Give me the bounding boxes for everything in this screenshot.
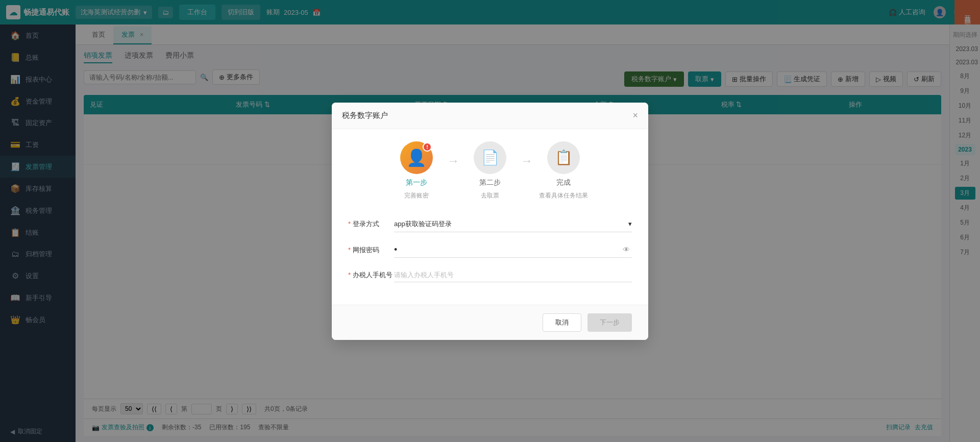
arrow-1: → xyxy=(447,154,459,168)
phone-row: 办税人手机号 xyxy=(348,268,632,282)
modal-header: 税务数字账户 × xyxy=(332,103,648,129)
step-1: 👤 ! 第一步 完善账密 xyxy=(386,141,447,200)
modal-title: 税务数字账户 xyxy=(342,111,388,120)
phone-input[interactable] xyxy=(394,268,632,282)
modal-close-button[interactable]: × xyxy=(632,111,638,120)
step-3-complete-icon: 📋 xyxy=(555,149,573,166)
modal-form: 登录方式 app获取验证码登录 ▾ 网报密码 👁 xyxy=(348,216,632,282)
password-label: 网报密码 xyxy=(348,245,394,255)
step-1-icon: 👤 ! xyxy=(400,141,433,174)
login-method-row: 登录方式 app获取验证码登录 ▾ xyxy=(348,216,632,232)
password-field: 👁 xyxy=(394,242,632,258)
modal-footer: 取消 下一步 xyxy=(332,305,648,340)
next-button[interactable]: 下一步 xyxy=(587,313,632,332)
tax-digital-modal: 税务数字账户 × 👤 ! 第一步 完善账密 → xyxy=(332,103,648,340)
step-1-label: 第一步 xyxy=(406,178,427,187)
step-2: 📄 第二步 去取票 xyxy=(459,141,521,200)
login-method-value: app获取验证码登录 xyxy=(394,219,452,229)
step-1-desc: 完善账密 xyxy=(404,191,429,200)
step-3-desc: 查看具体任务结果 xyxy=(539,191,588,200)
password-input-wrapper: 👁 xyxy=(394,242,632,258)
step-2-desc: 去取票 xyxy=(481,191,499,200)
login-method-label: 登录方式 xyxy=(348,219,394,229)
phone-label: 办税人手机号 xyxy=(348,271,394,280)
step-1-user-icon: 👤 xyxy=(406,148,427,167)
step-3: 📋 完成 查看具体任务结果 xyxy=(533,141,594,200)
step-3-icon: 📋 xyxy=(547,141,580,174)
step-3-label: 完成 xyxy=(556,178,571,187)
password-input[interactable] xyxy=(394,242,621,257)
dropdown-icon: ▾ xyxy=(628,220,632,228)
arrow-2: → xyxy=(521,154,533,168)
step-2-label: 第二步 xyxy=(479,178,501,187)
phone-field xyxy=(394,268,632,282)
stepper: 👤 ! 第一步 完善账密 → 📄 第二步 去取票 → xyxy=(348,141,632,200)
step-2-doc-icon: 📄 xyxy=(481,149,499,166)
step-2-icon: 📄 xyxy=(474,141,506,174)
eye-icon[interactable]: 👁 xyxy=(621,245,632,254)
password-row: 网报密码 👁 xyxy=(348,242,632,258)
modal-overlay: 税务数字账户 × 👤 ! 第一步 完善账密 → xyxy=(0,0,980,442)
modal-body: 👤 ! 第一步 完善账密 → 📄 第二步 去取票 → xyxy=(332,129,648,305)
step-1-badge: ! xyxy=(423,142,432,152)
login-method-select[interactable]: app获取验证码登录 ▾ xyxy=(394,216,632,232)
cancel-button[interactable]: 取消 xyxy=(543,313,581,332)
login-method-field: app获取验证码登录 ▾ xyxy=(394,216,632,232)
